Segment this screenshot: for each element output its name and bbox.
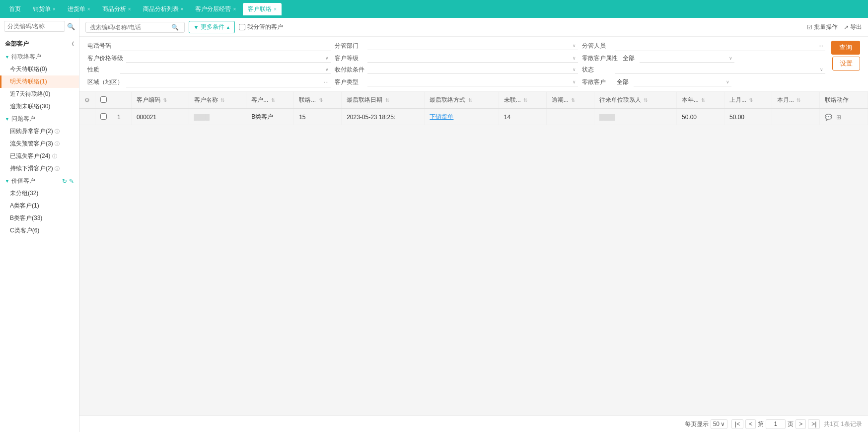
more-filter-button[interactable]: ▼ 更多条件 ▲: [189, 21, 235, 33]
all-customers-label: 全部客户: [5, 40, 29, 48]
first-page-button[interactable]: |<: [731, 419, 743, 429]
close-icon[interactable]: ×: [53, 6, 56, 12]
sidebar-item-churn-warning[interactable]: 流失预警客户(3) ⓘ: [0, 138, 79, 150]
th-this-year[interactable]: 本年... ⇅: [676, 92, 724, 109]
filter-dots-person[interactable]: ···: [615, 41, 825, 51]
td-overdue: [546, 109, 594, 125]
action-icon-1[interactable]: 💬: [825, 114, 832, 121]
filter-cell-customer-level: 客户等级 ∨: [335, 54, 578, 63]
nav-item-salesorder[interactable]: 销货单 ×: [28, 3, 61, 15]
filter-select-retail-customer[interactable]: ∨: [634, 78, 731, 86]
sidebar-search-area: 🔍: [0, 18, 79, 35]
th-contact[interactable]: 联络... ⇅: [294, 92, 342, 109]
close-icon[interactable]: ×: [128, 6, 131, 12]
last-contact-link[interactable]: 下销货单: [430, 113, 453, 120]
action-icon-2[interactable]: ⊞: [836, 114, 841, 121]
filter-select-dept[interactable]: ∨: [367, 42, 578, 50]
filter-select-nature[interactable]: ∨: [120, 66, 331, 74]
sidebar-item-7days[interactable]: 近7天待联络(0): [0, 88, 79, 100]
th-customer-type[interactable]: 客户... ⇅: [246, 92, 294, 109]
next-page-button[interactable]: >: [796, 419, 806, 429]
sort-icon: ⇅: [701, 97, 705, 103]
sidebar-all-customers[interactable]: 全部客户 《: [0, 37, 79, 51]
page-label: 第: [758, 420, 764, 429]
footer: 每页显示 50 ∨ |< < 第 页 > >| 共1页 1条记录: [79, 416, 868, 432]
td-checkbox: [95, 109, 112, 125]
page-size-dropdown[interactable]: 50 ∨: [711, 419, 727, 429]
close-icon[interactable]: ×: [181, 6, 184, 12]
last-page-button[interactable]: >|: [808, 419, 820, 429]
prev-page-button[interactable]: <: [745, 419, 756, 429]
td-uncontacted: 14: [499, 109, 546, 125]
select-all-checkbox[interactable]: [100, 96, 107, 103]
my-customers-checkbox[interactable]: [239, 24, 245, 30]
sidebar-search-input[interactable]: [4, 21, 65, 32]
filter-buttons: 查询 设置: [831, 41, 860, 71]
filter-label-status: 状态: [582, 66, 612, 74]
sidebar-item-class-b[interactable]: B类客户(33): [0, 212, 79, 224]
chevron-icon: ∨: [573, 67, 576, 72]
filter-select-retail-attr[interactable]: ∨: [640, 54, 734, 63]
sidebar-item-declining[interactable]: 持续下滑客户(2) ⓘ: [0, 162, 79, 175]
sidebar-item-class-c[interactable]: C类客户(6): [0, 224, 79, 237]
nav-item-product-analysis-list[interactable]: 商品分析列表 ×: [138, 3, 189, 15]
row-checkbox[interactable]: [100, 113, 107, 120]
filter-label-retail-customer: 零散客户: [582, 78, 612, 86]
pagination: |< < 第 页 > >|: [731, 419, 820, 429]
sidebar-item-churned[interactable]: 已流失客户(24) ⓘ: [0, 150, 79, 162]
edit-icon[interactable]: ✎: [69, 178, 74, 185]
th-unit-contact[interactable]: 往来单位联系人 ⇅: [594, 92, 676, 109]
refresh-icon[interactable]: ↻: [62, 178, 67, 185]
th-uncontacted[interactable]: 未联... ⇅: [499, 92, 546, 109]
th-customer-name[interactable]: 客户名称 ⇅: [189, 92, 246, 109]
th-last-contact-date[interactable]: 最后联络日期 ⇅: [342, 92, 425, 109]
close-icon[interactable]: ×: [87, 6, 90, 12]
filter-label-dept: 分管部门: [335, 42, 364, 50]
main-layout: 🔍 全部客户 《 ▼ 待联络客户 今天待联络(0) 明天待联络(1) 近7天待联…: [0, 18, 868, 432]
th-this-month[interactable]: 本月... ⇅: [772, 92, 819, 109]
export-button[interactable]: ↗ 导出: [844, 23, 862, 31]
my-customers-toggle[interactable]: 我分管的客户: [239, 23, 283, 31]
chevron-icon: ∨: [820, 67, 823, 72]
filter-input-phone[interactable]: [120, 41, 331, 51]
sidebar-item-unclassified[interactable]: 未分组(32): [0, 187, 79, 200]
set-button[interactable]: 设置: [832, 57, 860, 71]
nav-item-customer-contact[interactable]: 客户联络 ×: [243, 3, 282, 15]
section-title: 待联络客户: [11, 53, 41, 61]
th-settings[interactable]: ⚙: [79, 92, 95, 109]
search-icon[interactable]: 🔍: [171, 24, 179, 31]
batch-operation-button[interactable]: ☑ 批量操作: [807, 23, 838, 31]
page-number-input[interactable]: [766, 419, 786, 429]
sidebar-item-class-a[interactable]: A类客户(1): [0, 200, 79, 212]
nav-item-product-analysis[interactable]: 商品分析 ×: [97, 3, 136, 15]
sidebar-content: 全部客户 《 ▼ 待联络客户 今天待联络(0) 明天待联络(1) 近7天待联络(…: [0, 35, 79, 432]
th-last-contact-method[interactable]: 最后联络方式 ⇅: [425, 92, 499, 109]
toolbar: 🔍 ▼ 更多条件 ▲ 我分管的客户 ☑ 批量操作 ↗ 导出: [79, 18, 868, 37]
filter-cell-phone: 电话号码: [87, 41, 331, 51]
filter-dots-region[interactable]: ···: [126, 77, 331, 87]
close-icon[interactable]: ×: [233, 6, 236, 12]
sidebar-item-tomorrow[interactable]: 明天待联络(1): [0, 75, 79, 88]
filter-select-customer-level[interactable]: ∨: [367, 54, 578, 63]
filter-select-status[interactable]: ∨: [615, 66, 825, 74]
nav-item-purchaseorder[interactable]: 进货单 ×: [63, 3, 95, 15]
td-last-contact-method[interactable]: 下销货单: [425, 109, 499, 125]
th-last-month[interactable]: 上月... ⇅: [724, 92, 772, 109]
my-customers-label: 我分管的客户: [247, 23, 283, 31]
sidebar-item-today[interactable]: 今天待联络(0): [0, 63, 79, 75]
nav-item-customer-segmentation[interactable]: 客户分层经营 ×: [190, 3, 241, 15]
sidebar-item-repurchase-abnormal[interactable]: 回购异常客户(2) ⓘ: [0, 125, 79, 138]
sidebar-item-overdue[interactable]: 逾期未联络(30): [0, 100, 79, 113]
filter-label-customer-type: 客户类型: [335, 78, 364, 86]
sidebar-search-icon[interactable]: 🔍: [67, 23, 75, 30]
search-input[interactable]: [90, 24, 169, 31]
filter-select-payment[interactable]: ∨: [367, 66, 578, 74]
filter-select-price-level[interactable]: ∨: [126, 54, 331, 63]
filter-select-customer-type[interactable]: ∨: [367, 78, 578, 86]
page-size-selector: 每页显示 50 ∨: [685, 419, 727, 429]
close-icon[interactable]: ×: [274, 6, 277, 12]
th-customer-code[interactable]: 客户编码 ⇅: [131, 92, 189, 109]
query-button[interactable]: 查询: [831, 41, 860, 55]
nav-home[interactable]: 首页: [4, 3, 26, 15]
th-overdue[interactable]: 逾期... ⇅: [546, 92, 594, 109]
